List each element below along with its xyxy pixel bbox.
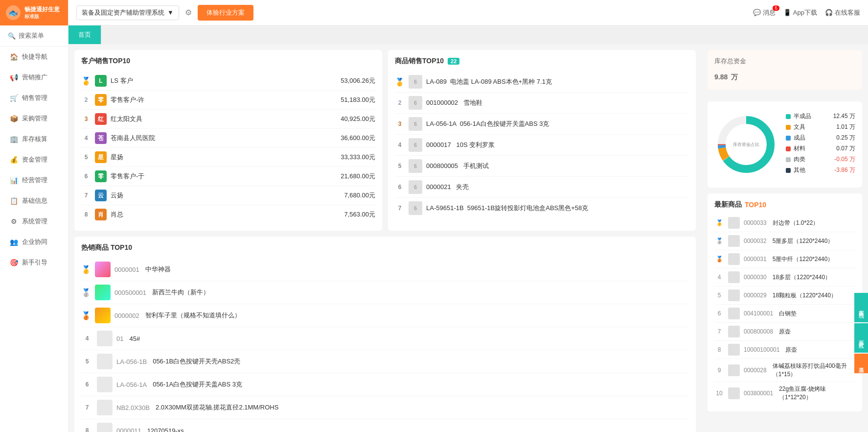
right-column: 库存总资金 9.88 万 — [702, 44, 868, 432]
legend-color — [786, 136, 791, 141]
main-area: 装备及固定资产辅助管理系统 ▼ ⚙ 体验行业方案 💬 消息 6 📱 App下载 … — [69, 0, 868, 432]
hot-products-card: 热销商品 TOP10 🥇 0000001 中华神器 🥈 000500001 新西… — [74, 237, 696, 432]
customer-name: 肖总 — [111, 210, 340, 219]
sidebar-item-label: 库存核算 — [22, 135, 47, 144]
sidebar-item-collaboration[interactable]: 👥 企业协同 — [0, 232, 68, 252]
sales-icon: 🛒 — [9, 94, 18, 102]
rank-number: 3 — [81, 116, 91, 122]
rank-number: 10 — [714, 390, 724, 397]
newest-products-card: 最新商品 TOP10 🥇 0000033 封边带（1.0*22） 🥈 00000… — [708, 193, 862, 411]
hot-product-item: 8 0000011 12070519-xs — [81, 419, 689, 432]
cs-hotline-btn[interactable]: 客服热线 — [854, 293, 868, 322]
legend-name: 半成品 — [794, 112, 830, 120]
customer-name: 红太阳文具 — [111, 115, 337, 123]
product-code: 0000031 — [744, 256, 767, 263]
donut-chart: 库存资金占比 — [714, 113, 778, 176]
settings-icon[interactable]: ⚙ — [185, 8, 192, 17]
rank-number: 2 — [395, 99, 405, 106]
legend-name: 成品 — [794, 134, 833, 142]
legend-value: -0.05 万 — [834, 155, 855, 164]
app-download-btn[interactable]: 📱 App下载 — [783, 8, 817, 17]
product-name: LA-056-1A 056-1A白色按键开关盖ABS 3克 — [426, 120, 689, 128]
sidebar-item-finance[interactable]: 💰 资金管理 — [0, 149, 68, 170]
sidebar-item-label: 新手引导 — [22, 258, 47, 267]
product-img — [728, 308, 740, 319]
customer-value: 21,680.00元 — [341, 172, 375, 181]
newest-item: 🥉 0000031 5厘中纤（1220*2440） — [714, 250, 855, 268]
messages-btn[interactable]: 💬 消息 6 — [753, 8, 776, 17]
sidebar-item-inventory[interactable]: 🏢 库存核算 — [0, 129, 68, 149]
legend-value: 0.25 万 — [836, 134, 855, 142]
rank-number: 6 — [714, 310, 724, 317]
sidebar-item-label: 企业协同 — [22, 238, 47, 246]
hot-product-item: 🥇 0000001 中华神器 — [81, 258, 689, 281]
online-service-label: 在线客服 — [835, 8, 860, 17]
sidebar-item-guide[interactable]: 🎯 新手引导 — [0, 252, 68, 273]
product-img — [95, 308, 111, 323]
cs-desk-btn[interactable]: 直播 — [854, 354, 868, 373]
sidebar-item-system[interactable]: ⚙ 系统管理 — [0, 211, 68, 232]
rank-item: 🥇 L LS 客户 53,006.26元 — [81, 72, 375, 91]
cs-community-btn[interactable]: 服务社区 — [854, 323, 868, 353]
product-name: 0000017 10S 变利罗浆 — [426, 141, 689, 149]
phone-icon: 📱 — [783, 9, 791, 16]
page-tabs: 首页 — [69, 25, 868, 44]
product-img — [728, 235, 740, 247]
sidebar-item-purchase[interactable]: 📦 采购管理 — [0, 108, 68, 129]
legend-value: 12.45 万 — [833, 112, 855, 120]
customer-name: 零售客户-许 — [111, 96, 337, 104]
product-code: LA-056-1B — [116, 358, 147, 365]
title-text: 热销商品 TOP10 — [81, 243, 132, 252]
legend-item: 其他 -3.86 万 — [786, 166, 855, 174]
home-icon: 🏠 — [9, 53, 18, 61]
hot-products-title: 热销商品 TOP10 — [81, 243, 689, 252]
medal-icon: 🥇 — [81, 76, 91, 86]
product-img — [95, 285, 111, 300]
product-rank-item: 5 6 000800005 手机测试 — [395, 156, 689, 177]
product-img — [728, 344, 740, 356]
customer-value: 33,333.00元 — [341, 153, 375, 162]
product-rank-item: 7 6 LA-59651-1B 59651-1B旋转投影灯电池盒ABS黑色+58… — [395, 198, 689, 218]
sidebar-item-operations[interactable]: 📊 经营管理 — [0, 170, 68, 191]
legend-name: 肉类 — [794, 155, 831, 164]
product-img — [728, 326, 740, 337]
product-code: 000500001 — [114, 289, 146, 296]
avatar: 红 — [95, 113, 107, 125]
product-name: 原壶 — [785, 346, 855, 354]
online-service-btn[interactable]: 🎧 在线客服 — [825, 8, 860, 17]
purchase-icon: 📦 — [9, 115, 18, 122]
sidebar-item-sales[interactable]: 🛒 销售管理 — [0, 88, 68, 108]
product-code: 0000029 — [744, 292, 767, 299]
product-name: 0000021 夹壳 — [426, 183, 689, 192]
system-select[interactable]: 装备及固定资产辅助管理系统 ▼ — [76, 5, 179, 20]
trial-button[interactable]: 体验行业方案 — [198, 5, 253, 21]
rank-number: 8 — [81, 427, 93, 432]
hot-products-list: 🥇 0000001 中华神器 🥈 000500001 新西兰牛肉（新牛） 🥉 — [81, 258, 689, 432]
donut-section: 库存资金占比 半成品 12.45 万 文具 1.01 万 — [714, 108, 855, 181]
product-code: 10000100001 — [744, 346, 779, 353]
sidebar-item-marketing[interactable]: 📢 营销推广 — [0, 67, 68, 88]
product-name: LA-089 电池盖 LA-089 ABS本色+黑种 7.1克 — [426, 77, 689, 86]
customer-name: 苍南县人民医院 — [111, 134, 337, 143]
value-number: 9.88 — [714, 73, 728, 81]
product-name: 中华神器 — [145, 265, 689, 274]
newest-item: 🥈 0000032 5厘多层（1220*2440） — [714, 232, 855, 250]
product-img: 6 — [409, 117, 422, 131]
product-code: 0000011 — [116, 427, 141, 432]
avatar: 零 — [95, 170, 107, 182]
search-menu-btn[interactable]: 🔍 搜索菜单 — [5, 29, 63, 42]
finance-icon: 💰 — [9, 156, 18, 164]
sidebar-item-home[interactable]: 🏠 快捷导航 — [0, 47, 68, 67]
newest-item: 🥇 0000033 封边带（1.0*22） — [714, 214, 855, 232]
rank-number: 5 — [714, 292, 724, 299]
rank-item: 6 零 零售客户-于 21,680.00元 — [81, 167, 375, 186]
search-icon: 🔍 — [8, 32, 16, 40]
chart-center-label: 库存资金占比 — [733, 142, 759, 148]
hotline-label: 客服热线 — [859, 306, 864, 310]
product-img: 6 — [409, 138, 422, 152]
tab-home[interactable]: 首页 — [69, 25, 101, 44]
hot-product-item: 6 LA-056-1A 056-1A白色按键开关盖ABS 3克 — [81, 373, 689, 396]
hot-product-item: 5 LA-056-1B 056-1B白色按键开关壳ABS2壳 — [81, 350, 689, 373]
sidebar-item-basics[interactable]: 📋 基础信息 — [0, 191, 68, 211]
rank-number: 4 — [81, 135, 91, 142]
